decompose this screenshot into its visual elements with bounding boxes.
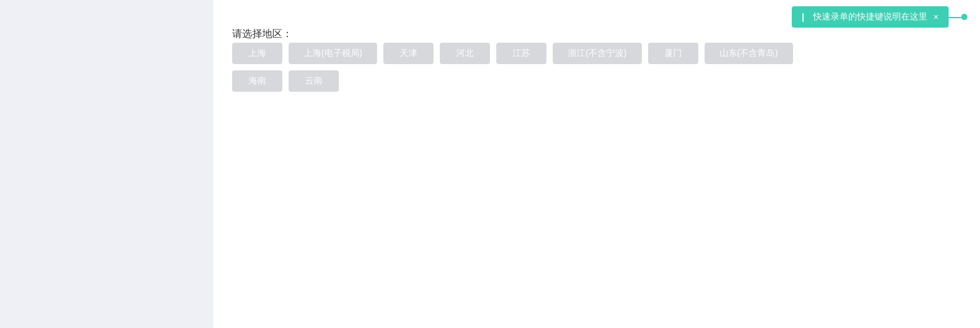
tooltip-line bbox=[949, 17, 961, 18]
region-button-hainan[interactable]: 海南 bbox=[232, 70, 282, 92]
main-content: 请选择地区： 上海上海(电子税局)天津河北江苏浙江(不含宁波)厦门山东(不含青岛… bbox=[213, 0, 980, 328]
region-button-hebei[interactable]: 河北 bbox=[440, 43, 490, 64]
tooltip-close-button[interactable]: × bbox=[934, 13, 939, 21]
left-sidebar bbox=[0, 0, 213, 328]
region-button-shandong[interactable]: 山东(不含青岛) bbox=[705, 43, 793, 64]
region-buttons: 上海上海(电子税局)天津河北江苏浙江(不含宁波)厦门山东(不含青岛)海南云南 bbox=[232, 43, 797, 92]
region-button-yunnan[interactable]: 云南 bbox=[289, 70, 339, 92]
region-button-jiangsu[interactable]: 江苏 bbox=[496, 43, 546, 64]
tooltip-dot bbox=[961, 14, 967, 20]
region-button-shanghai-etax[interactable]: 上海(电子税局) bbox=[289, 43, 377, 64]
tooltip-text: 快速录单的快捷键说明在这里 bbox=[813, 11, 927, 23]
region-button-zhejiang[interactable]: 浙江(不含宁波) bbox=[553, 43, 641, 64]
page-label: 请选择地区： bbox=[232, 28, 292, 41]
tooltip-banner: 快速录单的快捷键说明在这里 × bbox=[792, 6, 949, 28]
region-button-shanghai[interactable]: 上海 bbox=[232, 43, 282, 64]
region-button-xiamen[interactable]: 厦门 bbox=[648, 43, 698, 64]
region-button-tianjin[interactable]: 天津 bbox=[383, 43, 434, 64]
